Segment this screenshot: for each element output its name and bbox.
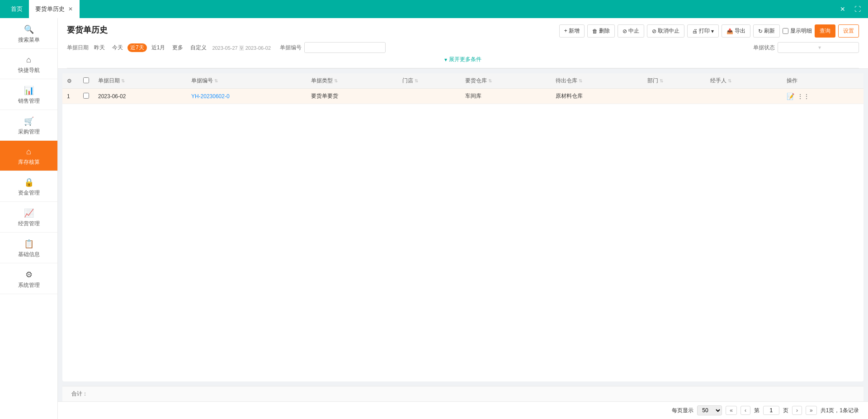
date-chip-more[interactable]: 更多 [170, 43, 186, 52]
cell-store [398, 89, 461, 104]
print-dropdown-icon: ▾ [711, 28, 714, 34]
sidebar-item-finance-mgmt[interactable]: 🔒 资金管理 [0, 171, 57, 202]
pagination-bar: 每页显示 50 100 200 « ‹ 第 页 › » 共1页，1条记录 [58, 401, 868, 419]
page-title: 要货单历史 [67, 24, 108, 35]
page-actions: + 新增 🗑 删除 ⊘ 中止 ⊘ 取消中止 🖨 打 [559, 24, 859, 38]
quick-nav-icon: ⌂ [26, 55, 31, 65]
per-page-select[interactable]: 50 100 200 [697, 405, 722, 415]
stop-button[interactable]: ⊘ 中止 [618, 24, 644, 38]
prev-page-button[interactable]: ‹ [741, 406, 750, 415]
th-doc-date: 单据日期 ⇅ [94, 73, 187, 89]
date-chip-1month[interactable]: 近1月 [149, 43, 168, 52]
table-row: 1 2023-06-02 YH-20230602-0 要货单要货 车间库 原材料… [62, 89, 863, 104]
cell-doc-type: 要货单要货 [307, 89, 398, 104]
purchase-mgmt-icon: 🛒 [24, 116, 34, 126]
docno-filter-input[interactable] [304, 42, 386, 53]
sidebar-item-label: 搜索菜单 [18, 36, 40, 44]
sidebar-item-base-info[interactable]: 📋 基础信息 [0, 233, 57, 263]
footer-label: 合计： [71, 390, 88, 397]
table-body: 1 2023-06-02 YH-20230602-0 要货单要货 车间库 原材料… [62, 89, 863, 104]
th-department: 部门 ⇅ [643, 73, 706, 89]
filter-group-status: 单据状态 ▾ [753, 42, 859, 53]
top-bar: 首页 要货单历史 ✕ ✕ ⛶ [0, 0, 868, 18]
select-all-checkbox[interactable] [83, 77, 89, 83]
show-detail-checkbox-wrap[interactable]: 显示明细 [783, 27, 812, 35]
sales-mgmt-icon: 📊 [24, 86, 34, 95]
new-button[interactable]: + 新增 [559, 24, 585, 38]
cell-req-warehouse: 车间库 [461, 89, 551, 104]
cell-department [643, 89, 706, 104]
date-filter-label: 单据日期 [67, 44, 89, 52]
show-detail-checkbox[interactable] [783, 28, 788, 34]
th-store: 门店 ⇅ [398, 73, 461, 89]
main-layout: 🔍 搜索菜单 ⌂ 快捷导航 📊 销售管理 🛒 采购管理 ⌂ 库存核算 🔒 资金管… [0, 18, 868, 419]
filter-group-docno: 单据编号 [280, 42, 386, 53]
sort-icon[interactable]: ⇅ [579, 78, 582, 83]
date-range-display: 2023-05-27 至 2023-06-02 [212, 45, 271, 52]
refresh-button[interactable]: ↻ 刷新 [753, 24, 780, 38]
table-area: ⚙ 单据日期 ⇅ 单据编号 ⇅ [62, 73, 863, 381]
export-button[interactable]: 📤 导出 [722, 24, 750, 38]
status-filter-select[interactable]: ▾ [778, 42, 859, 53]
window-close-icon[interactable]: ✕ [837, 5, 848, 14]
th-checkbox[interactable] [79, 73, 94, 89]
table-footer: 合计： [62, 386, 863, 401]
sidebar-item-sales-mgmt[interactable]: 📊 销售管理 [0, 79, 57, 110]
sort-icon[interactable]: ⇅ [728, 78, 731, 83]
filter-group-date: 单据日期 昨天 今天 近7天 近1月 更多 自定义 2023-05-27 至 2… [67, 43, 271, 52]
date-chip-today[interactable]: 今天 [109, 43, 126, 52]
first-page-button[interactable]: « [726, 406, 737, 415]
doc-no-link[interactable]: YH-20230602-0 [191, 93, 230, 100]
sidebar-item-quick-nav[interactable]: ⌂ 快捷导航 [0, 49, 57, 79]
sidebar-item-ops-mgmt[interactable]: 📈 经营管理 [0, 202, 57, 233]
row-checkbox[interactable] [83, 93, 89, 99]
sidebar-item-label: 销售管理 [18, 97, 40, 105]
last-page-button[interactable]: » [806, 406, 817, 415]
sort-icon[interactable]: ⇅ [660, 78, 663, 83]
window-maximize-icon[interactable]: ⛶ [852, 5, 863, 14]
cancel-stop-button[interactable]: ⊘ 取消中止 [647, 24, 684, 38]
sidebar-item-label: 系统管理 [18, 281, 40, 289]
sort-icon[interactable]: ⇅ [488, 78, 492, 83]
date-chip-7days[interactable]: 近7天 [127, 43, 147, 52]
sidebar-item-label: 经营管理 [18, 220, 40, 228]
delete-button[interactable]: 🗑 删除 [587, 24, 615, 38]
sidebar-item-inventory[interactable]: ⌂ 库存核算 [0, 141, 57, 171]
sidebar-item-sys-mgmt[interactable]: ⚙ 系统管理 [0, 263, 57, 294]
cell-checkbox[interactable] [79, 89, 94, 104]
sidebar-item-label: 基础信息 [18, 251, 40, 258]
sidebar-item-search-menu[interactable]: 🔍 搜索菜单 [0, 18, 57, 49]
row-more-icon[interactable]: ⋮⋮ [797, 93, 810, 100]
sort-icon[interactable]: ⇅ [214, 78, 218, 83]
tab-requisition-history[interactable]: 要货单历史 ✕ [29, 0, 80, 18]
sidebar: 🔍 搜索菜单 ⌂ 快捷导航 📊 销售管理 🛒 采购管理 ⌂ 库存核算 🔒 资金管… [0, 18, 58, 419]
base-info-icon: 📋 [24, 239, 34, 249]
print-button[interactable]: 🖨 打印 ▾ [687, 24, 719, 38]
top-bar-right: ✕ ⛶ [837, 5, 863, 14]
cell-pending-warehouse: 原材料仓库 [551, 89, 642, 104]
th-pending-warehouse: 待出仓库 ⇅ [551, 73, 642, 89]
sort-icon[interactable]: ⇅ [121, 78, 125, 83]
sort-icon[interactable]: ⇅ [415, 78, 418, 83]
expand-more-button[interactable]: ▾ 展开更多条件 [67, 56, 859, 63]
date-chips: 昨天 今天 近7天 近1月 更多 自定义 [91, 43, 209, 52]
th-req-warehouse: 要货仓库 ⇅ [461, 73, 551, 89]
page-number-input[interactable] [763, 406, 779, 415]
settings-button[interactable]: 设置 [838, 24, 859, 38]
query-button[interactable]: 查询 [815, 24, 835, 38]
sidebar-item-purchase-mgmt[interactable]: 🛒 采购管理 [0, 110, 57, 141]
sort-icon[interactable]: ⇅ [334, 78, 338, 83]
next-page-button[interactable]: › [792, 406, 802, 415]
tab-home[interactable]: 首页 [5, 0, 29, 18]
sys-mgmt-icon: ⚙ [25, 270, 33, 280]
date-chip-yesterday[interactable]: 昨天 [91, 43, 108, 52]
row-edit-icon[interactable]: 📝 [787, 93, 794, 100]
delete-icon: 🗑 [592, 28, 598, 34]
th-settings[interactable]: ⚙ [62, 73, 79, 89]
status-filter-label: 单据状态 [753, 44, 775, 52]
date-chip-custom[interactable]: 自定义 [188, 43, 209, 52]
th-handler: 经手人 ⇅ [706, 73, 783, 89]
tab-close-icon[interactable]: ✕ [68, 6, 73, 12]
sidebar-item-label: 采购管理 [18, 128, 40, 136]
th-actions: 操作 [782, 73, 863, 89]
